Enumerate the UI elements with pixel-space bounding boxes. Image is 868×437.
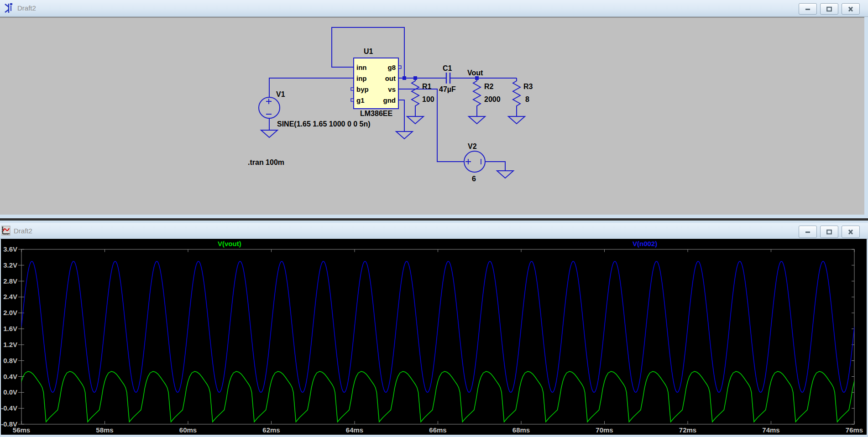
schematic-window: Draft2	[0, 0, 868, 218]
component-c1[interactable]	[446, 73, 450, 84]
net-label-vout[interactable]: Vout	[467, 69, 483, 77]
ground-symbol-u1	[396, 132, 413, 139]
schematic-drawing: U1 LM386EE inn inp byp g1 g8 out vs gnd …	[0, 18, 864, 214]
close-icon	[847, 6, 854, 12]
v2-ref-label[interactable]: V2	[468, 142, 477, 150]
r1-value-label[interactable]: 100	[422, 95, 434, 103]
pin-label-inp: inp	[356, 74, 367, 82]
ground-symbol-r2	[469, 116, 485, 124]
pin-square-g1	[351, 99, 354, 101]
plot-border	[21, 249, 854, 424]
x-axis-label: 58ms	[96, 426, 113, 434]
x-axis-label: 74ms	[762, 426, 779, 434]
r2-value-label[interactable]: 2000	[484, 95, 501, 103]
pin-label-gnd: gnd	[383, 96, 396, 104]
ltspice-schematic-icon	[4, 3, 14, 14]
x-axis-label: 72ms	[679, 426, 696, 434]
close-icon	[847, 229, 854, 235]
waveform-plot-area[interactable]: V(vout) V(n002) 3.6V3.2V2.8V2.4V2.0V1.6V…	[1, 239, 867, 435]
maximize-button[interactable]	[820, 226, 838, 238]
minimize-button[interactable]	[799, 226, 817, 238]
y-axis-label: 2.4V	[3, 293, 17, 300]
maximize-icon	[826, 229, 833, 235]
u1-ref-label[interactable]: U1	[364, 47, 373, 55]
v1-ref-label[interactable]: V1	[276, 90, 285, 98]
waveform-plot-icon	[1, 226, 10, 236]
u1-part-label[interactable]: LM386EE	[360, 110, 392, 117]
y-axis-label: 0.0V	[3, 388, 17, 396]
x-axis-label: 70ms	[596, 426, 613, 434]
c1-ref-label[interactable]: C1	[443, 64, 452, 72]
schematic-window-title: Draft2	[17, 4, 36, 12]
component-r3[interactable]	[513, 78, 520, 116]
pin-label-out: out	[385, 74, 396, 82]
x-axis-label: 62ms	[262, 426, 280, 434]
pin-label-vs: vs	[388, 85, 396, 93]
r3-ref-label[interactable]: R3	[523, 83, 533, 90]
pin-label-g1: g1	[356, 96, 365, 104]
y-axis-label: 1.2V	[3, 341, 17, 348]
y-axis-label: 1.6V	[3, 325, 17, 332]
ground-symbol-v1	[261, 130, 277, 137]
r1-ref-label[interactable]: R1	[422, 83, 432, 90]
x-axis-label: 64ms	[346, 426, 363, 434]
ground-symbol-v2	[497, 171, 513, 178]
waveform-titlebar[interactable]: Draft2	[0, 223, 868, 239]
y-axis-label: 2.8V	[3, 277, 17, 285]
x-axis-label: 68ms	[512, 426, 530, 434]
x-axis-label: 56ms	[13, 426, 30, 434]
wire-gnd-pin[interactable]	[398, 100, 404, 132]
r3-value-label[interactable]: 8	[525, 95, 529, 103]
y-axis-label: -0.4V	[1, 404, 17, 412]
c1-value-label[interactable]: 47µF	[439, 85, 456, 93]
waveform-window: Draft2 V(vout) V(n002) 3.6V3.2V2.8V2.4V2…	[0, 218, 868, 437]
y-axis-label: 3.6V	[3, 245, 17, 253]
minimize-button[interactable]	[799, 3, 817, 15]
trace-vvout	[1, 371, 867, 422]
pin-label-inn: inn	[356, 63, 367, 71]
spice-directive[interactable]: .tran 100m	[248, 158, 284, 166]
y-axis-label: 3.2V	[3, 261, 17, 269]
component-v2[interactable]	[464, 151, 485, 172]
wire-v2-gnd[interactable]	[485, 162, 505, 171]
trace-vn002	[21, 261, 854, 392]
component-r1[interactable]	[412, 78, 419, 116]
maximize-icon	[826, 6, 833, 12]
x-axis-label: 60ms	[179, 426, 197, 434]
desktop: Draft2	[0, 0, 868, 437]
waveform-window-title: Draft2	[14, 227, 32, 235]
y-axis-label: 2.0V	[3, 309, 17, 316]
pin-square-byp	[351, 88, 354, 90]
v1-value-label[interactable]: SINE(1.65 1.65 1000 0 0 5n)	[277, 120, 371, 128]
pin-square-g8	[398, 66, 401, 68]
pin-label-g8: g8	[387, 63, 396, 71]
schematic-titlebar[interactable]: Draft2	[0, 0, 868, 17]
component-r2[interactable]	[473, 78, 481, 116]
ground-symbol-r1	[407, 116, 424, 124]
x-axis-label: 76ms	[846, 426, 863, 434]
maximize-button[interactable]	[820, 3, 838, 15]
component-v1[interactable]	[259, 97, 280, 118]
y-axis-label: 0.8V	[3, 357, 17, 364]
ground-symbol-r3	[508, 116, 525, 124]
close-button[interactable]	[842, 3, 860, 15]
close-button[interactable]	[842, 226, 860, 238]
v2-value-label[interactable]: 6	[472, 175, 476, 183]
waveform-traces: 3.6V3.2V2.8V2.4V2.0V1.6V1.2V0.8V0.4V0.0V…	[1, 239, 867, 435]
y-axis-label: 0.4V	[3, 373, 17, 380]
r2-ref-label[interactable]: R2	[484, 83, 494, 90]
pin-label-byp: byp	[356, 85, 369, 93]
x-axis-label: 66ms	[429, 426, 446, 434]
schematic-canvas[interactable]: U1 LM386EE inn inp byp g1 g8 out vs gnd …	[0, 17, 864, 215]
minimize-icon	[804, 6, 811, 12]
minimize-icon	[804, 229, 811, 235]
